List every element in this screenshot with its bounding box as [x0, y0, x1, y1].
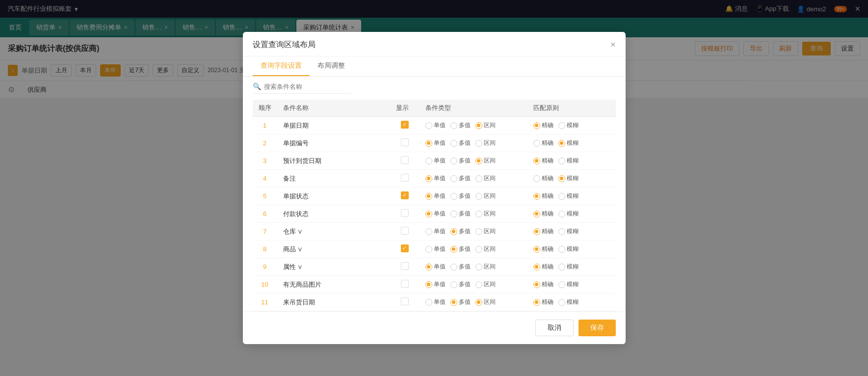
- radio-type-multi[interactable]: 多值: [450, 298, 471, 306]
- table-row: 2单据编号单值多值区间精确模糊: [253, 134, 616, 152]
- radio-match-exact[interactable]: 精确: [533, 192, 553, 200]
- cell-show[interactable]: [390, 205, 420, 223]
- radio-type-range[interactable]: 区间: [475, 121, 496, 130]
- radio-type-range[interactable]: 区间: [475, 210, 496, 218]
- radio-circle-type-single: [425, 299, 432, 306]
- show-checkbox[interactable]: [401, 156, 409, 164]
- show-checkbox[interactable]: [401, 121, 409, 129]
- radio-type-single[interactable]: 单值: [425, 245, 446, 253]
- radio-match-exact[interactable]: 精确: [533, 210, 553, 218]
- radio-match-fuzzy[interactable]: 模糊: [558, 298, 579, 306]
- cell-show[interactable]: [390, 134, 420, 152]
- show-checkbox[interactable]: [401, 174, 409, 182]
- radio-type-multi[interactable]: 多值: [450, 139, 471, 147]
- radio-match-fuzzy[interactable]: 模糊: [558, 121, 579, 130]
- radio-label-match-fuzzy: 模糊: [567, 157, 579, 165]
- radio-type-single[interactable]: 单值: [425, 174, 446, 183]
- radio-match-fuzzy[interactable]: 模糊: [558, 245, 579, 253]
- cell-show[interactable]: [390, 117, 420, 134]
- radio-type-range[interactable]: 区间: [475, 280, 496, 289]
- tab-layout[interactable]: 布局调整: [310, 56, 353, 76]
- radio-match-fuzzy[interactable]: 模糊: [558, 210, 579, 218]
- radio-type-range[interactable]: 区间: [475, 245, 496, 253]
- tab-fields[interactable]: 查询字段设置: [253, 56, 310, 76]
- radio-label-type-single: 单值: [434, 157, 446, 165]
- cell-name: 备注: [277, 170, 390, 188]
- radio-type-single[interactable]: 单值: [425, 157, 446, 165]
- radio-match-fuzzy[interactable]: 模糊: [558, 263, 579, 271]
- radio-match-fuzzy[interactable]: 模糊: [558, 157, 579, 165]
- radio-match-exact[interactable]: 精确: [533, 227, 553, 236]
- cell-show[interactable]: [390, 258, 420, 276]
- radio-label-type-multi: 多值: [459, 192, 471, 200]
- cell-order: 8: [253, 241, 277, 258]
- radio-match-fuzzy[interactable]: 模糊: [558, 227, 579, 236]
- radio-type-multi[interactable]: 多值: [450, 210, 471, 218]
- cell-show[interactable]: [390, 152, 420, 170]
- radio-type-single[interactable]: 单值: [425, 280, 446, 289]
- radio-match-exact[interactable]: 精确: [533, 245, 553, 253]
- radio-match-fuzzy[interactable]: 模糊: [558, 192, 579, 200]
- cell-show[interactable]: [390, 294, 420, 311]
- radio-type-single[interactable]: 单值: [425, 139, 446, 147]
- radio-match-exact[interactable]: 精确: [533, 298, 553, 306]
- cell-match: 精确模糊: [527, 188, 616, 205]
- radio-match-exact[interactable]: 精确: [533, 174, 553, 183]
- radio-match-fuzzy[interactable]: 模糊: [558, 280, 579, 289]
- radio-type-range[interactable]: 区间: [475, 192, 496, 200]
- radio-type-range[interactable]: 区间: [475, 298, 496, 306]
- radio-type-range[interactable]: 区间: [475, 139, 496, 147]
- radio-match-fuzzy[interactable]: 模糊: [558, 174, 579, 183]
- modal-close-button[interactable]: ×: [610, 40, 616, 50]
- radio-type-multi[interactable]: 多值: [450, 121, 471, 130]
- show-checkbox[interactable]: [401, 297, 409, 305]
- cell-show[interactable]: [390, 241, 420, 258]
- radio-type-multi[interactable]: 多值: [450, 280, 471, 289]
- cell-show[interactable]: [390, 170, 420, 188]
- radio-type-single[interactable]: 单值: [425, 210, 446, 218]
- radio-type-single[interactable]: 单值: [425, 227, 446, 236]
- radio-type-single[interactable]: 单值: [425, 121, 446, 130]
- save-button[interactable]: 保存: [579, 320, 616, 336]
- radio-type-multi[interactable]: 多值: [450, 192, 471, 200]
- show-checkbox[interactable]: [401, 227, 409, 235]
- show-checkbox[interactable]: [401, 138, 409, 146]
- radio-circle-type-multi: [450, 211, 457, 217]
- radio-type-single[interactable]: 单值: [425, 298, 446, 306]
- cancel-button[interactable]: 取消: [535, 320, 574, 336]
- radio-type-range[interactable]: 区间: [475, 263, 496, 271]
- radio-type-multi[interactable]: 多值: [450, 174, 471, 183]
- radio-type-range[interactable]: 区间: [475, 227, 496, 236]
- search-input[interactable]: [264, 83, 342, 90]
- radio-type-multi[interactable]: 多值: [450, 245, 471, 253]
- radio-match-exact[interactable]: 精确: [533, 280, 553, 289]
- show-checkbox[interactable]: [401, 244, 409, 252]
- radio-label-match-exact: 精确: [542, 263, 553, 271]
- radio-label-match-exact: 精确: [542, 210, 553, 218]
- radio-type-multi[interactable]: 多值: [450, 157, 471, 165]
- radio-circle-type-multi: [450, 158, 457, 164]
- radio-match-fuzzy[interactable]: 模糊: [558, 139, 579, 147]
- radio-label-type-range: 区间: [484, 121, 496, 130]
- cell-show[interactable]: [390, 223, 420, 241]
- radio-type-multi[interactable]: 多值: [450, 227, 471, 236]
- radio-type-multi[interactable]: 多值: [450, 263, 471, 271]
- radio-type-range[interactable]: 区间: [475, 174, 496, 183]
- cell-show[interactable]: [390, 188, 420, 205]
- radio-type-single[interactable]: 单值: [425, 263, 446, 271]
- radio-type-single[interactable]: 单值: [425, 192, 446, 200]
- radio-match-exact[interactable]: 精确: [533, 121, 553, 130]
- cell-show[interactable]: [390, 276, 420, 294]
- cell-type: 单值多值区间: [420, 241, 527, 258]
- radio-match-exact[interactable]: 精确: [533, 263, 553, 271]
- show-checkbox[interactable]: [401, 280, 409, 288]
- show-checkbox[interactable]: [401, 191, 409, 199]
- show-checkbox[interactable]: [401, 262, 409, 270]
- cell-match: 精确模糊: [527, 152, 616, 170]
- show-checkbox[interactable]: [401, 209, 409, 217]
- radio-match-exact[interactable]: 精确: [533, 157, 553, 165]
- radio-match-exact[interactable]: 精确: [533, 139, 553, 147]
- cell-type: 单值多值区间: [420, 117, 527, 134]
- radio-type-range[interactable]: 区间: [475, 157, 496, 165]
- modal-search-area: 🔍: [243, 77, 626, 100]
